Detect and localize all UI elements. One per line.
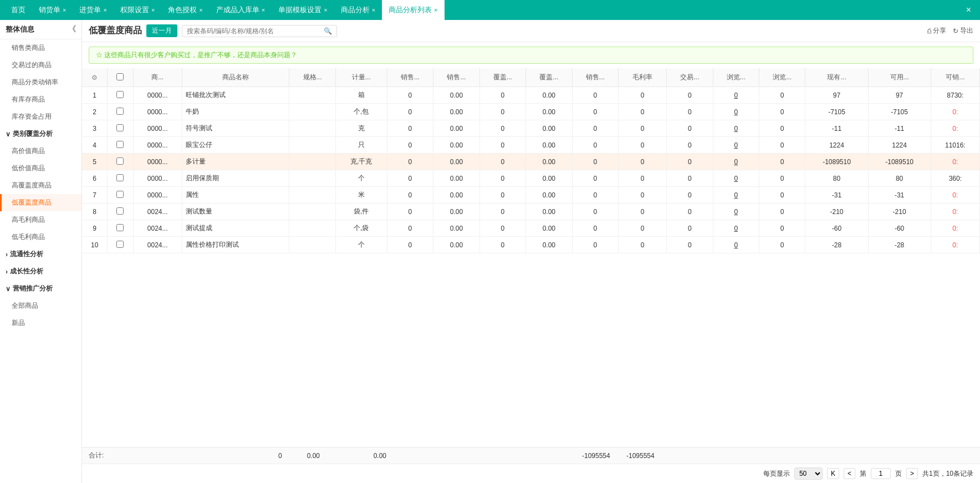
col-unit[interactable]: 计量... (335, 68, 387, 87)
cell-browse1[interactable]: 0 (713, 187, 759, 204)
filter-period-button[interactable]: 近一月 (146, 24, 177, 37)
cell-checkbox[interactable] (108, 220, 133, 237)
cell-checkbox[interactable] (108, 170, 133, 187)
nav-product-analysis-list-close[interactable]: × (434, 7, 437, 13)
col-gross-rate[interactable]: 毛利率 (619, 68, 667, 87)
row-checkbox[interactable] (116, 91, 124, 98)
sidebar-group-growth[interactable]: › 成长性分析 (0, 263, 81, 280)
cell-sales-amount: 0.00 (433, 104, 479, 120)
nav-role-auth-close[interactable]: × (199, 7, 202, 13)
nav-sales-order-close[interactable]: × (63, 7, 66, 13)
next-page-button[interactable]: > (906, 468, 918, 479)
col-current[interactable]: 现有... (805, 68, 868, 87)
sidebar-item-high-value[interactable]: 高价值商品 (0, 143, 81, 160)
sidebar-item-category-sales-rate[interactable]: 商品分类动销率 (0, 74, 81, 91)
col-sellable[interactable]: 可销... (931, 68, 979, 87)
cell-checkbox[interactable] (108, 187, 133, 204)
sidebar-group-marketing[interactable]: ∨ 营销推广分析 (0, 280, 81, 297)
gear-icon[interactable]: ⚙ (91, 74, 98, 82)
close-all-button[interactable]: × (962, 5, 976, 15)
nav-product-warehousing[interactable]: 产成品入库单 × (210, 0, 272, 20)
cell-sellable: 0: (931, 187, 979, 204)
sidebar-item-new-products[interactable]: 新品 (0, 314, 81, 332)
select-all-checkbox[interactable] (116, 73, 124, 80)
search-icon[interactable]: 🔍 (324, 27, 332, 35)
col-available[interactable]: 可用... (868, 68, 931, 87)
cell-sales-amount: 0.00 (433, 87, 479, 104)
cell-checkbox[interactable] (108, 120, 133, 137)
sidebar-group-category-coverage[interactable]: ∨ 类别覆盖分析 (0, 125, 81, 143)
col-coverage1[interactable]: 覆盖... (479, 68, 525, 87)
cell-checkbox[interactable] (108, 154, 133, 170)
sidebar-item-all-products[interactable]: 全部商品 (0, 297, 81, 314)
first-page-button[interactable]: K (827, 468, 839, 479)
row-checkbox[interactable] (116, 224, 124, 231)
cell-browse1[interactable]: 0 (713, 87, 759, 104)
sidebar-collapse-button[interactable]: 《 (68, 24, 76, 34)
page-number-input[interactable] (871, 468, 891, 479)
nav-sales-order[interactable]: 销货单 × (32, 0, 73, 20)
col-spec[interactable]: 规格... (289, 68, 335, 87)
cell-checkbox[interactable] (108, 237, 133, 253)
export-button[interactable]: ↻ 导出 (953, 26, 973, 35)
sidebar-item-high-coverage[interactable]: 高覆盖度商品 (0, 177, 81, 194)
col-coverage2[interactable]: 覆盖... (526, 68, 572, 87)
sidebar-item-sales-products[interactable]: 销售类商品 (0, 39, 81, 57)
nav-product-analysis-close[interactable]: × (372, 7, 375, 13)
nav-role-auth[interactable]: 角色授权 × (161, 0, 209, 20)
sidebar-item-low-margin[interactable]: 低毛利商品 (0, 228, 81, 246)
cell-browse1[interactable]: 0 (713, 154, 759, 170)
prev-page-button[interactable]: < (844, 468, 855, 479)
row-checkbox[interactable] (116, 191, 124, 198)
cell-browse1[interactable]: 0 (713, 204, 759, 220)
per-page-select[interactable]: 50 100 200 (794, 467, 823, 480)
sidebar-item-high-margin[interactable]: 高毛利商品 (0, 211, 81, 228)
row-checkbox[interactable] (116, 174, 124, 181)
row-checkbox[interactable] (116, 207, 124, 215)
cell-browse1[interactable]: 0 (713, 137, 759, 154)
nav-template-settings-close[interactable]: × (324, 7, 327, 13)
col-name[interactable]: 商品名称 (182, 68, 289, 87)
cell-sales-qty: 0 (387, 87, 433, 104)
cell-browse1[interactable]: 0 (713, 104, 759, 120)
nav-purchase-order[interactable]: 进货单 × (73, 0, 113, 20)
sidebar-item-stocked-products[interactable]: 有库存商品 (0, 91, 81, 108)
col-browse2[interactable]: 浏览... (759, 68, 805, 87)
row-checkbox[interactable] (116, 124, 124, 131)
row-checkbox[interactable] (116, 157, 124, 165)
col-transaction[interactable]: 交易... (667, 68, 713, 87)
row-checkbox[interactable] (116, 141, 124, 148)
table-wrapper[interactable]: ⚙ 商... 商品名称 规格... 计量... 销售... 销售... 覆盖..… (82, 68, 980, 447)
search-input[interactable] (187, 27, 321, 35)
col-sales-amount[interactable]: 销售... (433, 68, 479, 87)
nav-product-warehousing-close[interactable]: × (262, 7, 265, 13)
share-button[interactable]: ⎙ 分享 (927, 26, 946, 35)
col-browse1[interactable]: 浏览... (713, 68, 759, 87)
nav-template-settings[interactable]: 单据模板设置 × (272, 0, 334, 20)
sidebar-group-liquidity[interactable]: › 流通性分析 (0, 246, 81, 263)
nav-home[interactable]: 首页 (4, 0, 32, 20)
nav-permission-settings[interactable]: 权限设置 × (114, 0, 161, 20)
cell-browse1[interactable]: 0 (713, 170, 759, 187)
nav-product-analysis[interactable]: 商品分析 × (334, 0, 382, 20)
col-code[interactable]: 商... (133, 68, 182, 87)
cell-checkbox[interactable] (108, 87, 133, 104)
sidebar-item-inventory-capital[interactable]: 库存资金占用 (0, 108, 81, 125)
cell-checkbox[interactable] (108, 104, 133, 120)
cell-checkbox[interactable] (108, 204, 133, 220)
sidebar-item-traded-products[interactable]: 交易过的商品 (0, 57, 81, 74)
nav-purchase-order-close[interactable]: × (103, 7, 106, 13)
cell-browse1[interactable]: 0 (713, 120, 759, 137)
cell-browse1[interactable]: 0 (713, 220, 759, 237)
row-checkbox[interactable] (116, 241, 124, 248)
cell-browse1[interactable]: 0 (713, 237, 759, 253)
sidebar-item-low-value[interactable]: 低价值商品 (0, 160, 81, 177)
row-checkbox[interactable] (116, 108, 124, 115)
col-sales-qty[interactable]: 销售... (387, 68, 433, 87)
sidebar-item-low-coverage[interactable]: 低覆盖度商品 (0, 194, 81, 211)
nav-product-analysis-list[interactable]: 商品分析列表 × (382, 0, 444, 20)
cell-cover2: 0.00 (526, 120, 572, 137)
col-sales-detail[interactable]: 销售... (572, 68, 618, 87)
cell-checkbox[interactable] (108, 137, 133, 154)
nav-permission-settings-close[interactable]: × (151, 7, 155, 13)
